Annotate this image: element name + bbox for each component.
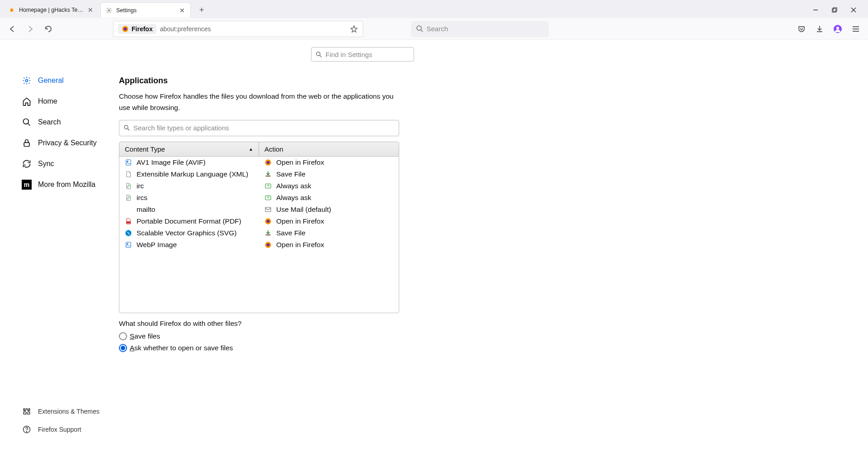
content-type-label: Portable Document Format (PDF) [137, 217, 241, 225]
close-icon[interactable]: ✕ [87, 6, 94, 14]
column-content-type[interactable]: Content Type ▲ [119, 142, 259, 156]
action-label: Open in Firefox [276, 241, 324, 249]
sidebar-item-general[interactable]: General [18, 72, 105, 90]
content-type-label: irc [137, 182, 144, 190]
svg-rect-29 [266, 175, 271, 177]
tab-settings[interactable]: Settings ✕ [100, 2, 191, 18]
pocket-icon[interactable] [794, 21, 809, 37]
content-type-label: Extensible Markup Language (XML) [137, 170, 248, 178]
radio-unchecked-icon [119, 332, 127, 340]
sidebar-item-search[interactable]: Search [18, 113, 105, 131]
table-row[interactable]: Extensible Markup Language (XML)Save Fil… [119, 168, 399, 180]
search-icon [416, 25, 423, 32]
sidebar-item-home[interactable]: Home [18, 92, 105, 110]
svg-line-24 [127, 129, 129, 130]
content-type-label: WebP Image [137, 241, 177, 249]
maximize-button[interactable] [829, 5, 840, 15]
link-file-icon [125, 182, 132, 190]
table-header: Content Type ▲ Action [119, 142, 399, 157]
downloads-icon[interactable] [812, 21, 827, 37]
svg-point-21 [316, 52, 320, 56]
close-icon[interactable]: ✕ [179, 7, 186, 14]
link-file-icon [125, 194, 132, 201]
url-value: about:preferences [160, 25, 346, 33]
table-row[interactable]: AV1 Image File (AVIF)Open in Firefox [119, 157, 399, 168]
sidebar-item-sync[interactable]: Sync [18, 155, 105, 173]
table-row[interactable]: ircsAlways ask [119, 192, 399, 204]
minimize-button[interactable] [810, 5, 821, 15]
sidebar-item-label: Privacy & Security [38, 139, 97, 147]
search-icon [124, 125, 130, 131]
save-icon [264, 229, 272, 237]
svg-point-7 [124, 27, 127, 30]
save-icon [264, 171, 272, 178]
svg-point-35 [267, 219, 270, 223]
action-label: Save File [276, 170, 306, 178]
gear-icon [105, 7, 113, 14]
section-heading: Applications [119, 76, 399, 86]
table-row[interactable]: Scalable Vector Graphics (SVG)Save File [119, 227, 399, 239]
tab-ghacks[interactable]: Homepage | gHacks Technolog ✕ [4, 2, 99, 18]
reload-button[interactable] [41, 21, 56, 37]
forward-button[interactable] [23, 21, 38, 37]
search-bar[interactable]: Search [411, 21, 549, 37]
svg-point-23 [124, 125, 128, 129]
content-type-label: mailto [137, 205, 155, 214]
option-label: Save files [130, 332, 160, 340]
action-label: Open in Firefox [276, 158, 324, 167]
sidebar-item-support[interactable]: Firefox Support [18, 422, 105, 437]
sidebar-item-label: More from Mozilla [38, 181, 95, 189]
identity-box[interactable]: Firefox [118, 24, 156, 34]
svg-point-0 [108, 10, 110, 11]
svg-point-28 [267, 161, 270, 164]
table-row[interactable]: ircAlways ask [119, 180, 399, 192]
tab-title: Homepage | gHacks Technolog [19, 7, 83, 13]
svg-point-15 [26, 80, 28, 82]
account-icon[interactable] [830, 21, 845, 37]
new-tab-button[interactable]: + [195, 4, 208, 16]
url-bar[interactable]: Firefox about:preferences [113, 21, 363, 37]
table-row[interactable]: WebP ImageOpen in Firefox [119, 239, 399, 251]
svg-point-41 [267, 243, 270, 246]
search-icon [316, 52, 322, 57]
content-type-label: ircs [137, 194, 147, 202]
svg-line-17 [28, 124, 30, 126]
svg-rect-38 [126, 242, 131, 248]
back-button[interactable] [5, 21, 20, 37]
sidebar-item-label: Sync [38, 160, 54, 168]
blank-icon [125, 206, 132, 213]
svg-rect-25 [126, 160, 131, 165]
bookmark-star-icon[interactable] [350, 25, 358, 33]
option-ask[interactable]: Ask whether to open or save files [119, 344, 399, 352]
app-menu-button[interactable] [848, 21, 863, 37]
close-window-button[interactable] [848, 5, 859, 15]
svg-point-20 [26, 431, 27, 432]
sort-ascending-icon: ▲ [249, 147, 253, 152]
find-in-settings-input[interactable] [326, 51, 411, 58]
action-label: Use Mail (default) [276, 205, 331, 214]
other-files-question: What should Firefox do with other files? [119, 320, 399, 328]
lock-icon [22, 138, 32, 148]
column-action[interactable]: Action [259, 142, 399, 156]
svg-rect-33 [126, 221, 130, 224]
option-save-files[interactable]: Save files [119, 332, 399, 340]
svg-point-26 [127, 161, 128, 162]
browser-tab-bar: Homepage | gHacks Technolog ✕ Settings ✕… [0, 0, 868, 18]
image-file-icon [125, 241, 132, 248]
find-in-settings[interactable] [311, 47, 414, 62]
applications-table: Content Type ▲ Action AV1 Image File (AV… [119, 142, 399, 313]
applications-search-input[interactable] [133, 124, 394, 132]
svg-point-16 [24, 119, 29, 124]
table-row[interactable]: Portable Document Format (PDF)Open in Fi… [119, 215, 399, 227]
sidebar-item-more[interactable]: mMore from Mozilla [18, 176, 105, 194]
sidebar-item-label: Search [38, 118, 61, 126]
content-type-label: AV1 Image File (AVIF) [137, 158, 206, 167]
browser-toolbar: Firefox about:preferences Search [0, 18, 868, 40]
applications-search[interactable] [119, 120, 399, 136]
gear-icon [22, 76, 32, 86]
identity-label: Firefox [132, 25, 153, 33]
table-row[interactable]: mailtoUse Mail (default) [119, 204, 399, 215]
sidebar-item-privacy[interactable]: Privacy & Security [18, 134, 105, 152]
sidebar-item-extensions[interactable]: Extensions & Themes [18, 404, 105, 419]
svg-point-39 [127, 243, 128, 244]
